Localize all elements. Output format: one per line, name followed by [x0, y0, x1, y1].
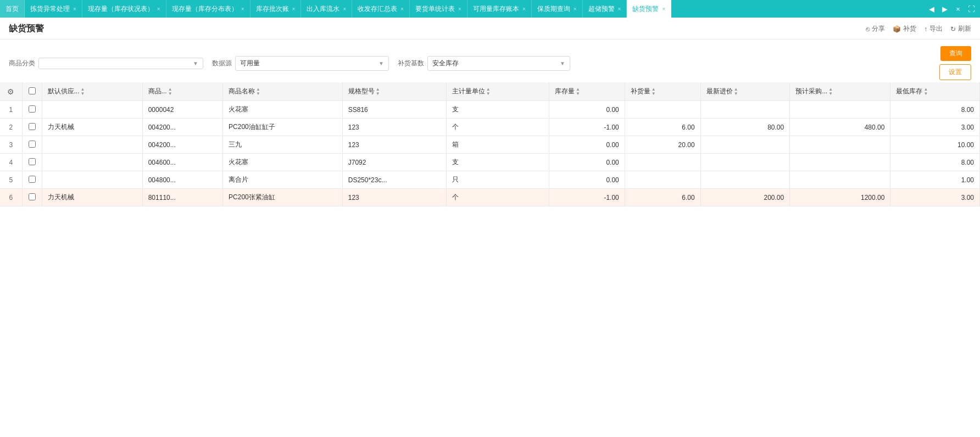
row-replenish-2: 20.00 [625, 136, 700, 154]
row-est-purchase-0 [790, 101, 890, 119]
min-stock-sort-icon[interactable]: ▲▼ [923, 87, 928, 96]
tab-summary-close[interactable]: × [400, 6, 404, 12]
row-min-stock-5: 3.00 [890, 189, 980, 206]
row-spec-3: J7092 [342, 154, 446, 171]
data-table: ⚙ 默认供应... ▲▼ 商品... ▲▼ [0, 82, 980, 206]
tab-shortage[interactable]: 缺货预警 × [627, 0, 671, 18]
replenish-button[interactable]: 📦 补货 [893, 24, 916, 33]
row-stock-5: -1.00 [549, 189, 625, 206]
datasource-select[interactable]: 可用量 ▼ [235, 56, 389, 71]
nav-close-button[interactable]: × [951, 2, 965, 15]
row-product-code-1: 004200... [142, 119, 222, 136]
select-all-checkbox[interactable] [29, 87, 36, 94]
tab-expiry[interactable]: 保质期查询 × [532, 0, 583, 18]
row-supplier-3 [42, 154, 142, 171]
datasource-filter-group: 数据源 可用量 ▼ [212, 56, 389, 71]
tab-stock-status-close[interactable]: × [157, 6, 160, 12]
tab-batch[interactable]: 库存批次账 × [250, 0, 302, 18]
tab-stock-dist-close[interactable]: × [241, 6, 244, 12]
tab-shortage-label: 缺货预警 [632, 4, 659, 14]
stock-sort-icon[interactable]: ▲▼ [576, 87, 580, 96]
tab-shortage-close[interactable]: × [662, 6, 665, 12]
query-button[interactable]: 查询 [940, 46, 971, 61]
row-unit-3: 支 [446, 154, 549, 171]
settings-gear-icon[interactable]: ⚙ [7, 87, 14, 96]
tab-overstock-label: 超储预警 [588, 4, 615, 14]
col-stock: 库存量 ▲▼ [549, 82, 625, 101]
setting-button[interactable]: 设置 [939, 64, 971, 80]
row-num-1: 2 [0, 119, 22, 136]
export-button[interactable]: ↑ 导出 [924, 24, 943, 33]
tab-expiry-close[interactable]: × [573, 6, 577, 12]
tab-flow[interactable]: 出入库流水 × [301, 0, 352, 18]
tab-picking[interactable]: 拣货异常处理 × [25, 0, 82, 18]
tab-stock-dist-label: 现存量（库存分布表） [172, 4, 238, 14]
col-checkbox[interactable] [22, 82, 42, 101]
row-checkbox-5[interactable] [22, 189, 42, 206]
tab-batch-close[interactable]: × [292, 6, 296, 12]
tab-stock-status[interactable]: 现存量（库存状况表） × [82, 0, 166, 18]
tab-flow-close[interactable]: × [343, 6, 346, 12]
est-purchase-sort-icon[interactable]: ▲▼ [828, 87, 833, 96]
tab-summary[interactable]: 收发存汇总表 × [352, 0, 410, 18]
row-spec-5: 123 [342, 189, 446, 206]
table-body: 1 0000042 火花塞 SS816 支 0.00 8.00 2 力天机械 0… [0, 101, 980, 206]
row-product-name-2: 三九 [223, 136, 343, 154]
replenish-sort-icon[interactable]: ▲▼ [652, 87, 656, 96]
col-unit: 主计量单位 ▲▼ [446, 82, 549, 101]
row-select-checkbox-5[interactable] [29, 193, 36, 200]
replenish-select[interactable]: 安全库存 ▼ [427, 56, 570, 71]
row-est-purchase-5: 1200.00 [790, 189, 890, 206]
row-unit-4: 只 [446, 171, 549, 189]
replenish-arrow-icon: ▼ [560, 60, 565, 66]
tab-requisition-close[interactable]: × [458, 6, 461, 12]
share-button[interactable]: ⎋ 分享 [866, 24, 885, 33]
row-num-3: 4 [0, 154, 22, 171]
unit-sort-icon[interactable]: ▲▼ [486, 87, 491, 96]
row-replenish-5: 6.00 [625, 189, 700, 206]
spec-sort-icon[interactable]: ▲▼ [376, 87, 380, 96]
row-select-checkbox-2[interactable] [29, 141, 36, 148]
tab-home[interactable]: 首页 [0, 0, 25, 18]
supplier-sort-icon[interactable]: ▲▼ [81, 87, 85, 96]
row-product-code-5: 801110... [142, 189, 222, 206]
tab-stock-dist[interactable]: 现存量（库存分布表） × [166, 0, 250, 18]
tab-batch-label: 库存批次账 [256, 4, 289, 14]
tab-overstock-close[interactable]: × [618, 6, 621, 12]
replenish-label: 补货基数 [398, 59, 424, 68]
tab-picking-close[interactable]: × [73, 6, 76, 12]
row-checkbox-0[interactable] [22, 101, 42, 119]
row-select-checkbox-1[interactable] [29, 123, 36, 130]
category-select[interactable]: ▼ [38, 58, 203, 69]
header-actions: ⎋ 分享 📦 补货 ↑ 导出 ↻ 刷新 [866, 24, 971, 33]
category-arrow-icon: ▼ [193, 60, 198, 66]
latest-price-sort-icon[interactable]: ▲▼ [734, 87, 738, 96]
tab-requisition[interactable]: 要货单统计表 × [410, 0, 467, 18]
nav-next-button[interactable]: ▶ [938, 2, 951, 15]
row-checkbox-1[interactable] [22, 119, 42, 136]
row-select-checkbox-3[interactable] [29, 158, 36, 165]
row-checkbox-3[interactable] [22, 154, 42, 171]
table-row: 3 004200... 三九 123 箱 0.00 20.00 10.00 [0, 136, 980, 154]
refresh-button[interactable]: ↻ 刷新 [950, 24, 971, 33]
row-checkbox-2[interactable] [22, 136, 42, 154]
replenish-label: 补货 [903, 24, 916, 33]
nav-controls: ◀ ▶ × ⛶ [925, 2, 980, 15]
row-select-checkbox-0[interactable] [29, 105, 36, 113]
tab-overstock[interactable]: 超储预警 × [583, 0, 627, 18]
tab-summary-label: 收发存汇总表 [358, 4, 397, 14]
nav-prev-button[interactable]: ◀ [925, 2, 938, 15]
col-settings[interactable]: ⚙ [0, 82, 22, 101]
row-checkbox-4[interactable] [22, 171, 42, 189]
row-latest-price-3 [700, 154, 790, 171]
tab-available-close[interactable]: × [522, 6, 526, 12]
table-row: 5 004800... 离合片 DS250*23c... 只 0.00 1.00 [0, 171, 980, 189]
nav-fullscreen-button[interactable]: ⛶ [965, 2, 978, 15]
row-spec-4: DS250*23c... [342, 171, 446, 189]
product-code-sort-icon[interactable]: ▲▼ [168, 87, 172, 96]
tab-available[interactable]: 可用量库存账本 × [467, 0, 532, 18]
product-name-sort-icon[interactable]: ▲▼ [256, 87, 260, 96]
tab-requisition-label: 要货单统计表 [415, 4, 455, 14]
row-select-checkbox-4[interactable] [29, 176, 36, 183]
tab-stock-status-label: 现存量（库存状况表） [88, 4, 154, 14]
